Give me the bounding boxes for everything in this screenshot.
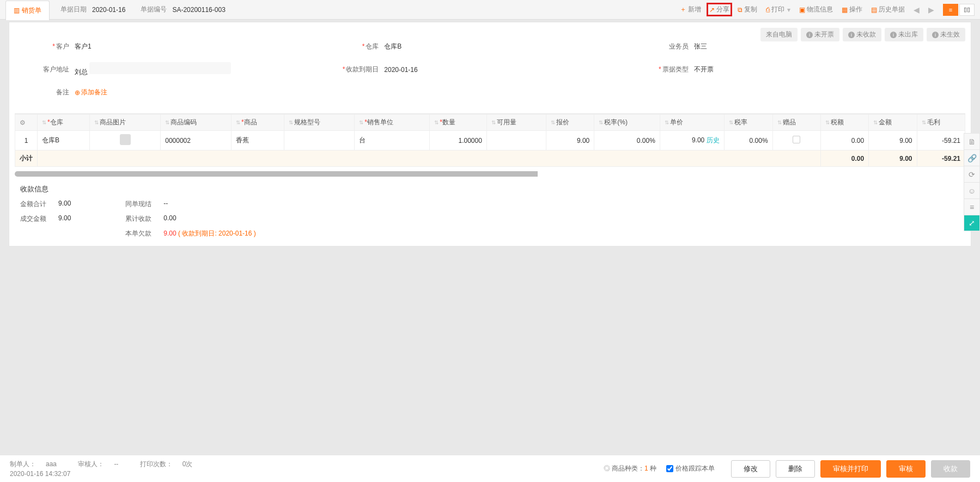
- customer-label: *客户: [26, 42, 69, 51]
- audit-print-button[interactable]: 审核并打印: [820, 460, 881, 478]
- side-note-icon[interactable]: 🗎: [964, 133, 980, 149]
- print-count-value: 0次: [182, 460, 193, 468]
- cell-tax-rate[interactable]: 0.00%: [594, 131, 660, 150]
- side-tools: 🗎 🔗 ⟳ ☺ ≡ ⤢: [964, 133, 980, 231]
- footer-buttons: 修改 删除 审核并打印 审核 收款: [731, 460, 970, 478]
- share-icon: ↗: [709, 6, 715, 14]
- invoice-type-label: *票据类型: [645, 65, 689, 74]
- cell-tax-pct[interactable]: 0.00%: [725, 131, 772, 150]
- maker-value: aaa: [46, 460, 57, 468]
- top-bar: ▥ 销货单 单据日期 2020-01-16 单据编号 SA-20200116-0…: [0, 0, 980, 20]
- salesman-value[interactable]: 张三: [694, 42, 707, 51]
- side-user-icon[interactable]: ☺: [964, 182, 980, 198]
- doc-icon: ▥: [14, 7, 20, 14]
- cell-gift[interactable]: [772, 131, 820, 150]
- truck-icon: ▣: [799, 6, 805, 14]
- operate-button[interactable]: ▦操作: [838, 3, 866, 16]
- col-gift[interactable]: ⇅赠品: [772, 115, 820, 131]
- gift-checkbox[interactable]: [793, 136, 800, 143]
- address-value[interactable]: 刘总: [75, 62, 231, 77]
- next-arrow[interactable]: ▶: [925, 5, 938, 14]
- image-placeholder-icon: [120, 134, 131, 145]
- table-row[interactable]: 1 仓库B 0000002 香蕉 台 1.00000 9.00 0.00% 9.…: [15, 131, 965, 150]
- price-follow-input[interactable]: [666, 465, 673, 472]
- print-icon: ⎙: [766, 6, 770, 14]
- audit-button[interactable]: 审核: [886, 460, 926, 478]
- due-date-value[interactable]: 2020-01-16: [384, 66, 417, 74]
- customer-value[interactable]: 客户1: [75, 42, 92, 51]
- total-value: 9.00: [58, 200, 71, 209]
- delete-button[interactable]: 删除: [776, 460, 815, 478]
- doc-no-value: SA-20200116-003: [172, 6, 225, 14]
- footer-info: 制单人：aaa 审核人：-- 打印次数：0次 2020-01-16 14:32:…: [10, 459, 212, 479]
- logistics-button[interactable]: ▣物流信息: [796, 3, 836, 16]
- info-icon: i: [890, 32, 897, 38]
- cell-quote[interactable]: 9.00: [546, 131, 594, 150]
- price-follow-checkbox[interactable]: 价格跟踪本单: [666, 464, 715, 473]
- view-list-button[interactable]: ≡: [943, 4, 958, 16]
- col-gear[interactable]: ⚙: [15, 115, 38, 131]
- view-card-button[interactable]: ▯▯: [959, 4, 975, 16]
- col-image[interactable]: ⇅商品图片: [90, 115, 161, 131]
- modify-button[interactable]: 修改: [731, 460, 770, 478]
- col-tax-rate[interactable]: ⇅税率(%): [594, 115, 660, 131]
- add-remark-button[interactable]: ⊕添加备注: [75, 88, 107, 97]
- cell-warehouse[interactable]: 仓库B: [38, 131, 90, 150]
- cell-image[interactable]: [90, 131, 161, 150]
- side-refresh-icon[interactable]: ⟳: [964, 166, 980, 182]
- history-button[interactable]: ▤历史单据: [868, 3, 908, 16]
- cell-available: [486, 131, 546, 150]
- subtotal-tax: 0.00: [820, 150, 868, 167]
- doc-date-label: 单据日期: [60, 5, 87, 14]
- tag-source: 来自电脑: [760, 28, 798, 41]
- tab-title: 销货单: [22, 6, 41, 15]
- cell-product[interactable]: 香蕉: [232, 131, 284, 150]
- cell-profit: -59.21: [917, 131, 965, 150]
- col-unit[interactable]: ⇅*销售单位: [355, 115, 430, 131]
- col-amount[interactable]: ⇅金额: [869, 115, 917, 131]
- subtotal-label: 小计: [15, 150, 38, 167]
- info-icon: i: [932, 32, 939, 38]
- doc-info: 单据日期 2020-01-16 单据编号 SA-20200116-003: [60, 5, 235, 14]
- share-button[interactable]: ↗分享: [707, 3, 732, 16]
- col-profit[interactable]: ⇅毛利: [917, 115, 965, 131]
- horizontal-scrollbar[interactable]: [15, 171, 965, 177]
- settle-value: --: [163, 200, 168, 209]
- copy-icon: ⧉: [738, 6, 742, 14]
- cell-unit[interactable]: 台: [355, 131, 430, 150]
- col-price[interactable]: ⇅单价: [660, 115, 724, 131]
- items-table-wrap: ⚙ ⇅*仓库 ⇅商品图片 ⇅商品编码 ⇅*商品 ⇅规格型号 ⇅*销售单位 ⇅*数…: [15, 113, 965, 167]
- top-actions: ＋新增 ↗分享 ⧉复制 ⎙打印▾ ▣物流信息 ▦操作 ▤历史单据 ◀ ▶ ≡ ▯…: [677, 3, 975, 16]
- side-more-icon[interactable]: ≡: [964, 198, 980, 215]
- col-quote[interactable]: ⇅报价: [546, 115, 594, 131]
- price-history-link[interactable]: 历史: [707, 136, 720, 144]
- prev-arrow[interactable]: ◀: [910, 5, 923, 14]
- col-tax-amt[interactable]: ⇅税额: [820, 115, 868, 131]
- items-table: ⚙ ⇅*仓库 ⇅商品图片 ⇅商品编码 ⇅*商品 ⇅规格型号 ⇅*销售单位 ⇅*数…: [15, 114, 965, 167]
- invoice-type-value[interactable]: 不开票: [694, 65, 714, 74]
- side-expand-icon[interactable]: ⤢: [964, 215, 980, 231]
- col-code[interactable]: ⇅商品编码: [161, 115, 232, 131]
- col-warehouse[interactable]: ⇅*仓库: [38, 115, 90, 131]
- col-available[interactable]: ⇅可用量: [486, 115, 546, 131]
- copy-button[interactable]: ⧉复制: [734, 3, 760, 16]
- cell-qty[interactable]: 1.00000: [430, 131, 487, 150]
- col-product[interactable]: ⇅*商品: [232, 115, 284, 131]
- warehouse-value[interactable]: 仓库B: [384, 42, 401, 51]
- side-attach-icon[interactable]: 🔗: [964, 149, 980, 166]
- col-tax-pct[interactable]: ⇅税率: [725, 115, 772, 131]
- tab-sales-order[interactable]: ▥ 销货单: [5, 1, 50, 20]
- auditor-value: --: [114, 460, 118, 468]
- cell-price[interactable]: 9.00历史: [660, 131, 724, 150]
- cell-seq: 1: [15, 131, 38, 150]
- salesman-label: 业务员: [645, 42, 689, 51]
- cell-code[interactable]: 0000002: [161, 131, 232, 150]
- new-button[interactable]: ＋新增: [677, 3, 704, 16]
- cell-spec[interactable]: [284, 131, 355, 150]
- due-date-label: *收款到期日: [335, 65, 379, 74]
- col-qty[interactable]: ⇅*数量: [430, 115, 487, 131]
- col-spec[interactable]: ⇅规格型号: [284, 115, 355, 131]
- tag-no-out: i未出库: [885, 28, 923, 41]
- main-panel: 来自电脑 i未开票 i未收款 i未出库 i未生效 *客户客户1 *仓库仓库B 业…: [9, 22, 971, 246]
- print-button[interactable]: ⎙打印▾: [763, 3, 794, 16]
